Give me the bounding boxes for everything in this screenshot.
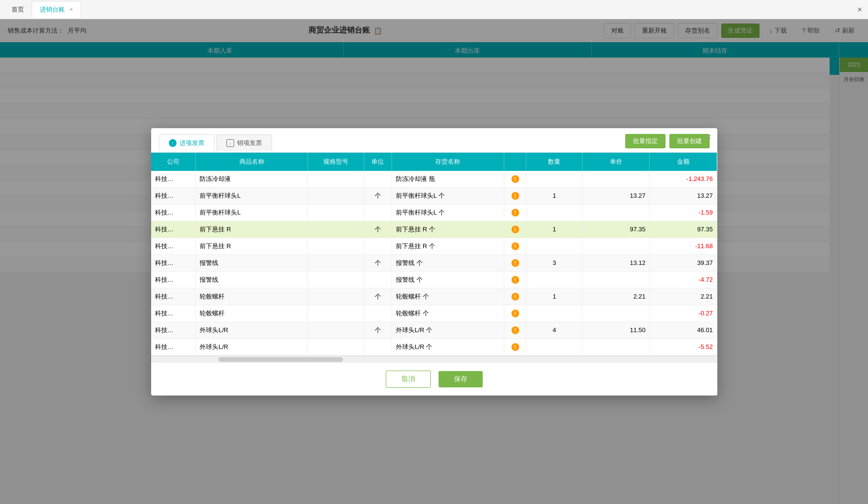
incoming-icon: ↑	[169, 139, 177, 147]
cell-inventory-name: 轮毂螺杆 个	[392, 305, 504, 322]
warning-icon: !	[511, 259, 519, 267]
col-spec: 规格型号	[308, 153, 364, 171]
tab-active[interactable]: 进销台账 ×	[32, 1, 81, 18]
cell-company: 科技…	[151, 305, 196, 322]
cell-warning: !	[504, 187, 526, 204]
cell-unit-price	[583, 238, 650, 254]
warning-icon: !	[511, 192, 519, 200]
main-content: 销售成本计算方法： 月平均 商贸企业进销台账 📋 对账 重新开账 存货别名 生成…	[0, 19, 868, 504]
cell-inventory-name: 前平衡杆球头L 个	[392, 204, 504, 221]
cell-unit-price	[583, 305, 650, 322]
warning-icon: !	[511, 343, 519, 351]
tab-active-label: 进销台账	[40, 5, 65, 14]
batch-assign-button[interactable]: 批量指定	[625, 134, 666, 148]
table-row[interactable]: 科技… 防冻冷却液 防冻冷却液 瓶 ! -1,243.76	[151, 171, 717, 188]
cell-quantity: 4	[526, 322, 583, 338]
tab-outgoing-invoice[interactable]: ↓ 销项发票	[216, 134, 272, 151]
cell-company: 科技…	[151, 271, 196, 288]
window-close-icon[interactable]: ×	[857, 4, 862, 14]
cell-amount: -0.27	[650, 305, 717, 322]
cell-spec	[308, 271, 364, 288]
cell-amount: 2.21	[650, 288, 717, 305]
horizontal-scrollbar[interactable]	[151, 356, 717, 362]
cell-unit-price: 11.50	[583, 322, 650, 338]
cell-unit: 个	[364, 322, 392, 338]
cell-company: 科技…	[151, 238, 196, 254]
warning-icon: !	[511, 242, 519, 250]
table-header-row: 公司 商品名称 规格型号 单位 存货名称 数量 单价 金额	[151, 153, 717, 171]
cell-product-name: 外球头L/R	[196, 322, 308, 338]
cell-spec	[308, 288, 364, 305]
invoice-table: 公司 商品名称 规格型号 单位 存货名称 数量 单价 金额 科技…	[151, 153, 717, 356]
scrollbar-thumb[interactable]	[218, 357, 343, 362]
cell-unit-price: 2.21	[583, 288, 650, 305]
table-row[interactable]: 科技… 前平衡杆球头L 个 前平衡杆球头L 个 ! 1 13.27 13.27	[151, 187, 717, 204]
batch-create-button[interactable]: 批量创建	[669, 134, 710, 148]
table-row[interactable]: 科技… 外球头L/R 外球头L/R 个 ! -5.52	[151, 338, 717, 355]
modal-footer: 取消 保存	[151, 362, 717, 396]
cell-amount: -1.59	[650, 204, 717, 221]
cell-spec	[308, 171, 364, 188]
cell-warning: !	[504, 322, 526, 338]
tab-home[interactable]: 首页	[4, 1, 32, 18]
cell-inventory-name: 轮毂螺杆 个	[392, 288, 504, 305]
cell-product-name: 前下悬挂 R	[196, 221, 308, 238]
table-row[interactable]: 科技… 轮毂螺杆 个 轮毂螺杆 个 ! 1 2.21 2.21	[151, 288, 717, 305]
modal-header: ↑ 进项发票 ↓ 销项发票 批量指定 批量创建 ×	[151, 128, 717, 153]
cell-unit-price	[583, 338, 650, 355]
cell-unit-price	[583, 271, 650, 288]
cell-unit	[364, 271, 392, 288]
cell-unit-price	[583, 204, 650, 221]
cell-unit	[364, 305, 392, 322]
cell-warning: !	[504, 204, 526, 221]
cell-inventory-name: 外球头L/R 个	[392, 322, 504, 338]
cell-inventory-name: 报警线 个	[392, 254, 504, 271]
tab-incoming-invoice[interactable]: ↑ 进项发票	[159, 134, 214, 152]
cell-amount: -4.72	[650, 271, 717, 288]
cell-product-name: 防冻冷却液	[196, 171, 308, 188]
cell-warning: !	[504, 254, 526, 271]
cell-quantity	[526, 271, 583, 288]
cell-quantity	[526, 338, 583, 355]
cell-warning: !	[504, 338, 526, 355]
cell-spec	[308, 238, 364, 254]
table-row[interactable]: 科技… 前下悬挂 R 个 前下悬挂 R 个 ! 1 97.35 97.35	[151, 221, 717, 238]
table-row[interactable]: 科技… 前平衡杆球头L 前平衡杆球头L 个 ! -1.59	[151, 204, 717, 221]
cell-spec	[308, 322, 364, 338]
col-inventory-name: 存货名称	[392, 153, 504, 171]
tab-close-icon[interactable]: ×	[70, 6, 73, 13]
cell-spec	[308, 187, 364, 204]
cell-unit: 个	[364, 288, 392, 305]
invoice-table-body: 科技… 防冻冷却液 防冻冷却液 瓶 ! -1,243.76 科技… 前平衡杆球头…	[151, 171, 717, 356]
cell-spec	[308, 204, 364, 221]
modal-dialog: ↑ 进项发票 ↓ 销项发票 批量指定 批量创建 × 公司	[151, 128, 717, 396]
modal-close-icon[interactable]: ×	[706, 132, 712, 142]
cell-warning: !	[504, 221, 526, 238]
col-unit: 单位	[364, 153, 392, 171]
table-row[interactable]: 科技… 前下悬挂 R 前下悬挂 R 个 ! -11.68	[151, 238, 717, 254]
table-row[interactable]: 科技… 外球头L/R 个 外球头L/R 个 ! 4 11.50 46.01	[151, 322, 717, 338]
cell-inventory-name: 外球头L/R 个	[392, 338, 504, 355]
cell-product-name: 轮毂螺杆	[196, 288, 308, 305]
table-row[interactable]: 科技… 报警线 个 报警线 个 ! 3 13.12 39.37	[151, 254, 717, 271]
col-warning	[504, 153, 526, 171]
col-company: 公司	[151, 153, 196, 171]
cell-warning: !	[504, 238, 526, 254]
modal-table-wrap[interactable]: 公司 商品名称 规格型号 单位 存货名称 数量 单价 金额 科技…	[151, 153, 717, 356]
cell-company: 科技…	[151, 171, 196, 188]
modal-overlay: ↑ 进项发票 ↓ 销项发票 批量指定 批量创建 × 公司	[0, 19, 868, 504]
cell-unit	[364, 238, 392, 254]
table-row[interactable]: 科技… 报警线 报警线 个 ! -4.72	[151, 271, 717, 288]
cell-amount: 46.01	[650, 322, 717, 338]
cell-warning: !	[504, 271, 526, 288]
cell-unit-price: 97.35	[583, 221, 650, 238]
table-row[interactable]: 科技… 轮毂螺杆 轮毂螺杆 个 ! -0.27	[151, 305, 717, 322]
save-button[interactable]: 保存	[439, 371, 483, 387]
cell-company: 科技…	[151, 338, 196, 355]
cell-product-name: 外球头L/R	[196, 338, 308, 355]
cell-warning: !	[504, 305, 526, 322]
cell-inventory-name: 防冻冷却液 瓶	[392, 171, 504, 188]
cancel-button[interactable]: 取消	[386, 371, 431, 388]
cell-amount: -5.52	[650, 338, 717, 355]
cell-quantity: 1	[526, 288, 583, 305]
